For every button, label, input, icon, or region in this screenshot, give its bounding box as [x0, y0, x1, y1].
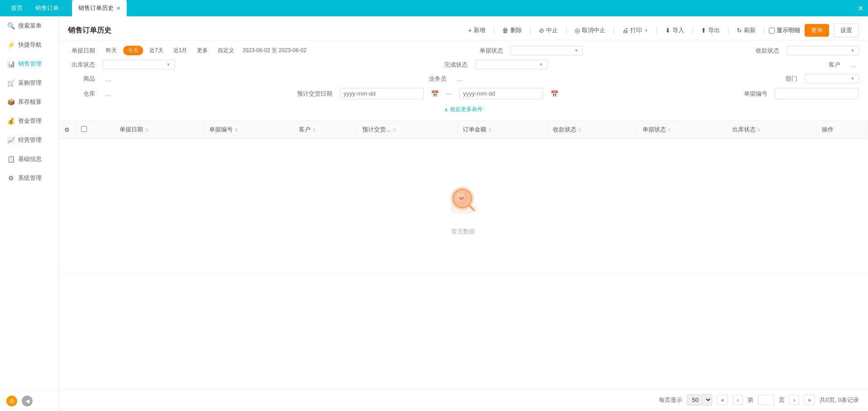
export-icon: ⬆ [701, 27, 706, 34]
pagination: 每页显示 50 100 200 « ‹ 第 1 页 › » 共0页, 0条记录 [59, 388, 868, 411]
salesperson-picker[interactable]: ... [454, 75, 465, 83]
col-delivery-label: 预计交货... [362, 126, 391, 133]
filter-row-warehouse: 仓库 ... 预计交货日期 📅 — 📅 单据编号 [68, 88, 859, 99]
shipment-status-select[interactable]: ▼ [102, 60, 175, 69]
date-separator: — [446, 90, 452, 97]
sidebar-item-purchase[interactable]: 🛒 采购管理 [0, 73, 58, 92]
tab-sales-order-history-close[interactable]: ✕ [116, 5, 120, 11]
page-label-pre: 第 [748, 396, 753, 404]
basicinfo-icon: 📋 [7, 155, 14, 163]
table-settings-col[interactable]: ⚙ [59, 121, 76, 139]
tab-sales-order-close[interactable]: ✕ [62, 5, 66, 11]
calendar-end-icon[interactable]: 📅 [551, 90, 558, 97]
date-btn-today[interactable]: 今天 [123, 46, 143, 55]
order-status-select[interactable]: ▼ [510, 46, 583, 55]
date-btn-last1month[interactable]: 近1月 [170, 46, 191, 55]
next-page-btn[interactable]: › [789, 395, 799, 405]
settings-button[interactable]: 设置 [834, 24, 859, 37]
sidebar-item-search-label: 搜索菜单 [18, 22, 42, 30]
tab-home[interactable]: 首页 [5, 0, 29, 16]
sidebar-collapse-btn[interactable]: ◀ [22, 396, 33, 406]
select-all-checkbox[interactable] [81, 126, 87, 132]
table-area: ⚙ 单据日期 ⇅ 单据编号 ⇅ 客户 ⇅ [59, 121, 868, 388]
new-icon: + [468, 27, 472, 34]
table-col-shipment[interactable]: 出库状态 ⇅ [726, 121, 816, 139]
import-icon: ⬇ [665, 27, 671, 34]
date-btn-last7[interactable]: 近7天 [146, 46, 167, 55]
expected-delivery-label: 预计交货日期 [296, 90, 332, 98]
last-page-btn[interactable]: » [804, 395, 815, 405]
table-col-delivery[interactable]: 预计交货... ⇅ [357, 121, 457, 139]
operations-icon: 📈 [7, 136, 14, 144]
payment-status-select[interactable]: ▼ [786, 46, 859, 55]
date-btn-more[interactable]: 更多 [193, 46, 211, 55]
completion-status-label: 完成状态 [441, 61, 468, 69]
sidebar-item-quicknav[interactable]: ⚡ 快捷导航 [0, 35, 58, 54]
sidebar-settings-btn[interactable]: ⚙ [6, 396, 17, 406]
sidebar-item-finance[interactable]: 💰 资金管理 [0, 111, 58, 131]
order-status-dropdown-icon: ▼ [574, 48, 579, 53]
tab-sales-order-history[interactable]: 销售订单历史 ✕ [72, 0, 127, 16]
refresh-icon: ↻ [737, 27, 742, 34]
new-label: 新增 [474, 26, 485, 34]
sidebar-item-basicinfo[interactable]: 📋 基础信息 [0, 150, 58, 169]
tab-sales-order[interactable]: 销售订单 ✕ [29, 0, 72, 16]
empty-icon [441, 175, 486, 220]
svg-point-8 [460, 192, 464, 198]
first-page-btn[interactable]: « [717, 395, 728, 405]
shipment-status-label: 出库状态 [68, 61, 95, 69]
per-page-select[interactable]: 50 100 200 [687, 394, 712, 406]
delivery-date-start[interactable] [340, 88, 424, 99]
table-col-payment[interactable]: 收款状态 ⇅ [547, 121, 637, 139]
cancel-stop-button[interactable]: ◎ 取消中止 [571, 24, 609, 36]
stop-button[interactable]: ⊘ 中止 [535, 24, 561, 36]
sidebar-item-system[interactable]: ⚙ 系统管理 [0, 169, 58, 188]
delete-button[interactable]: 🗑 删除 [499, 24, 526, 36]
collapse-button[interactable]: ∧ 收起更多条件 [442, 104, 484, 115]
completion-status-select[interactable]: ▼ [475, 60, 547, 69]
table-col-customer[interactable]: 客户 ⇅ [293, 121, 357, 139]
table-col-operation: 操作 [816, 121, 868, 139]
new-button[interactable]: + 新增 [465, 24, 489, 36]
warehouse-picker[interactable]: ... [102, 90, 114, 98]
date-btn-yesterday[interactable]: 昨天 [102, 46, 120, 55]
query-button[interactable]: 查询 [805, 24, 829, 37]
display-detail-checkbox[interactable] [769, 28, 775, 34]
export-button[interactable]: ⬆ 导出 [697, 24, 724, 36]
cancel-stop-icon: ◎ [575, 27, 580, 34]
date-range-value: 2023-06-02 至 2023-06-02 [242, 47, 306, 54]
col-number-label: 单据编号 [209, 126, 233, 133]
order-number-input[interactable] [775, 88, 859, 99]
col-payment-label: 收款状态 [553, 126, 576, 133]
sidebar-item-sales[interactable]: 📊 销售管理 [0, 54, 58, 73]
empty-cell: 暂无数据 [59, 139, 868, 272]
data-table: ⚙ 单据日期 ⇅ 单据编号 ⇅ 客户 ⇅ [59, 121, 868, 272]
display-detail-check[interactable]: 显示明细 [769, 26, 800, 34]
table-col-amount[interactable]: 订单金额 ⇅ [457, 121, 547, 139]
sidebar-item-inventory[interactable]: 📦 库存核算 [0, 92, 58, 111]
date-btn-custom[interactable]: 自定义 [214, 46, 238, 55]
print-button[interactable]: 🖨 打印 ▼ [619, 24, 652, 36]
table-col-number[interactable]: 单据编号 ⇅ [204, 121, 293, 139]
delivery-date-end[interactable] [459, 88, 543, 99]
customer-picker[interactable]: ... [848, 61, 859, 69]
sidebar-item-operations[interactable]: 📈 经营管理 [0, 131, 58, 150]
svg-point-11 [460, 198, 463, 200]
toolbar: + 新增 🗑 删除 ⊘ 中止 ◎ [465, 21, 859, 40]
empty-state: 暂无数据 [59, 139, 868, 272]
calendar-start-icon[interactable]: 📅 [431, 90, 439, 97]
department-select[interactable]: ▼ [805, 74, 859, 83]
window-close-btn[interactable]: ✕ [858, 4, 863, 13]
table-col-order-status[interactable]: 单据状态 ⇅ [637, 121, 726, 139]
table-col-checkbox[interactable] [76, 121, 114, 139]
table-col-date[interactable]: 单据日期 ⇅ [114, 121, 203, 139]
date-filter-label: 单据日期 [68, 47, 95, 55]
import-button[interactable]: ⬇ 导入 [662, 24, 688, 36]
sidebar-item-search[interactable]: 🔍 搜索菜单 [0, 16, 58, 35]
completion-status-dropdown-icon: ▼ [539, 62, 543, 67]
current-page-input[interactable]: 1 [758, 395, 774, 405]
department-label: 部门 [770, 75, 797, 83]
prev-page-btn[interactable]: ‹ [733, 395, 743, 405]
product-picker[interactable]: ... [102, 75, 114, 83]
refresh-button[interactable]: ↻ 刷新 [733, 24, 759, 36]
